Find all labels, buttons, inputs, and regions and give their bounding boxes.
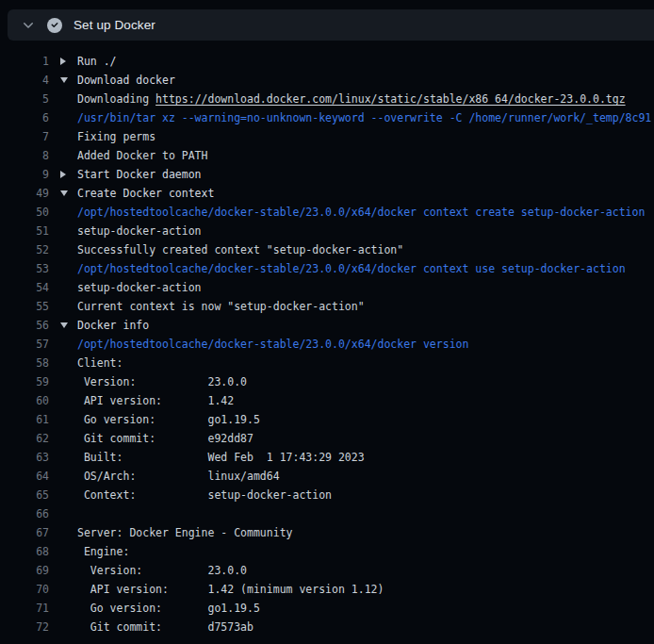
line-text: Git commit: d7573ab [77,618,253,636]
line-gutter [49,580,77,599]
line-gutter [49,222,77,240]
line-text: Go version: go1.19.5 [77,410,260,429]
triangle-down-icon[interactable] [60,190,68,196]
log-line: 59 Version: 23.0.0 [0,372,654,391]
log-group-line[interactable]: 1Run ./ [0,52,654,71]
log-line: 53/opt/hostedtoolcache/docker-stable/23.… [0,259,654,278]
line-number[interactable]: 65 [0,486,49,504]
line-text: Git commit: e92dd87 [77,429,253,448]
log-group-line[interactable]: 56Docker info [0,316,654,335]
line-number[interactable]: 7 [0,127,49,146]
line-number[interactable]: 66 [0,504,49,523]
log-line: 54setup-docker-action [0,278,654,297]
line-gutter [49,240,77,259]
line-number[interactable]: 63 [0,448,49,467]
line-number[interactable]: 8 [0,146,49,165]
log-line: 58Client: [0,354,654,372]
line-text: Built: Wed Feb 1 17:43:29 2023 [77,448,365,467]
line-number[interactable]: 1 [0,52,49,71]
log-group-line[interactable]: 49Create Docker context [0,184,654,203]
triangle-down-icon[interactable] [60,77,68,83]
line-number[interactable]: 5 [0,90,49,108]
log-group-line[interactable]: 9Start Docker daemon [0,165,654,184]
log-line: 66 [0,504,654,523]
line-number[interactable]: 64 [0,467,49,486]
line-gutter [49,127,77,146]
line-gutter [49,599,77,618]
line-text: Successfully created context "setup-dock… [77,240,403,259]
log-url-link[interactable]: https://download.docker.com/linux/static… [155,92,626,106]
triangle-right-icon[interactable] [60,171,66,178]
line-number[interactable]: 62 [0,429,49,448]
log-line: 67Server: Docker Engine - Community [0,523,654,542]
line-gutter [49,146,77,165]
link-prefix: Downloading [77,92,155,106]
log-line: 55Current context is now "setup-docker-a… [0,297,654,316]
line-number[interactable]: 53 [0,259,49,278]
line-text: Version: 23.0.0 [77,372,247,391]
log-line: 64 OS/Arch: linux/amd64 [0,467,654,486]
log-line: 71 Go version: go1.19.5 [0,599,654,618]
line-text: setup-docker-action [77,278,202,297]
line-gutter [49,335,77,354]
line-text: Version: 23.0.0 [77,561,247,580]
line-number[interactable]: 60 [0,391,49,410]
line-number[interactable]: 52 [0,240,49,259]
line-text: Client: [77,354,123,372]
line-number[interactable]: 51 [0,222,49,240]
line-number[interactable]: 58 [0,354,49,372]
chevron-down-icon[interactable] [21,18,36,33]
line-text: /usr/bin/tar xz --warning=no-unknown-key… [77,108,651,127]
line-number[interactable]: 69 [0,561,49,580]
log-line: 52Successfully created context "setup-do… [0,240,654,259]
line-gutter [49,184,77,203]
line-number[interactable]: 61 [0,410,49,429]
step-status-check-circle-icon [47,18,62,33]
line-text: Go version: go1.19.5 [77,599,260,618]
line-number[interactable]: 70 [0,580,49,599]
line-text: Engine: [77,542,129,561]
log-line: 70 API version: 1.42 (minimum version 1.… [0,580,654,599]
line-text: API version: 1.42 [77,391,234,410]
log-line: 51setup-docker-action [0,222,654,240]
log-line: 57/opt/hostedtoolcache/docker-stable/23.… [0,335,654,354]
line-number[interactable]: 57 [0,335,49,354]
line-number[interactable]: 55 [0,297,49,316]
line-number[interactable]: 49 [0,184,49,203]
line-text: Current context is now "setup-docker-act… [77,297,365,316]
line-number[interactable]: 56 [0,316,49,335]
log-line: 5Downloading https://download.docker.com… [0,90,654,108]
line-number[interactable]: 9 [0,165,49,184]
line-text: Docker info [77,316,149,335]
line-text: Fixing perms [77,127,155,146]
line-number[interactable]: 67 [0,523,49,542]
log-group-line[interactable]: 4Download docker [0,71,654,90]
line-number[interactable]: 54 [0,278,49,297]
line-text: API version: 1.42 (minimum version 1.12) [77,580,384,599]
triangle-right-icon[interactable] [60,58,66,65]
line-number[interactable]: 71 [0,599,49,618]
line-text: Added Docker to PATH [77,146,207,165]
log-line: 60 API version: 1.42 [0,391,654,410]
line-number[interactable]: 50 [0,203,49,222]
line-number[interactable]: 59 [0,372,49,391]
line-gutter [49,354,77,372]
line-text: /opt/hostedtoolcache/docker-stable/23.0.… [77,259,626,278]
triangle-down-icon[interactable] [60,322,68,328]
log-pane: 1Run ./4Download docker5Downloading http… [0,41,654,644]
line-number[interactable]: 68 [0,542,49,561]
line-gutter [49,410,77,429]
line-number[interactable]: 6 [0,108,49,127]
line-gutter [49,278,77,297]
line-number[interactable]: 4 [0,71,49,90]
line-gutter [49,71,77,90]
log-line: 8Added Docker to PATH [0,146,654,165]
line-text: Download docker [77,71,175,90]
log-line: 62 Git commit: e92dd87 [0,429,654,448]
log-line: 50/opt/hostedtoolcache/docker-stable/23.… [0,203,654,222]
line-gutter [49,429,77,448]
line-gutter [49,618,77,636]
log-line: 6/usr/bin/tar xz --warning=no-unknown-ke… [0,108,654,127]
line-number[interactable]: 72 [0,618,49,636]
step-header[interactable]: Set up Docker [8,9,654,41]
